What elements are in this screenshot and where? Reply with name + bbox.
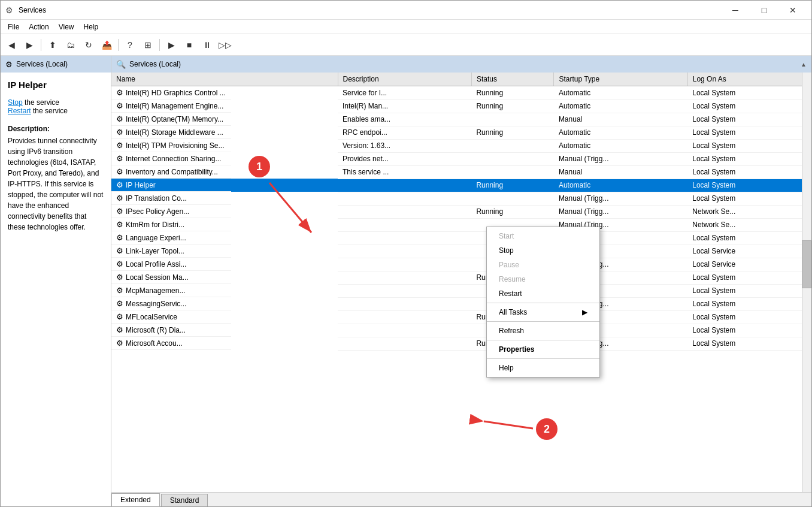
ctx-item-help[interactable]: Help	[487, 361, 599, 375]
col-desc[interactable]: Description	[338, 73, 471, 86]
table-row[interactable]: ⚙Intel(R) HD Graphics Control ...Service…	[111, 86, 811, 100]
tab-extended[interactable]: Extended	[111, 493, 160, 506]
maximize-button[interactable]: □	[750, 1, 778, 20]
ctx-item-properties[interactable]: Properties	[487, 342, 599, 357]
close-button[interactable]: ✕	[779, 1, 807, 20]
left-panel: ⚙ Services (Local) IP Helper Stop the se…	[1, 56, 111, 506]
table-row[interactable]: ⚙Internet Connection Sharing...Provides …	[111, 152, 811, 165]
toolbar-refresh[interactable]: ↻	[80, 37, 97, 53]
toolbar: ◀ ▶ ⬆ 🗂 ↻ 📤 ? ⊞ ▶ ■ ⏸ ▷▷	[1, 34, 811, 56]
scroll-thumb[interactable]	[802, 240, 811, 288]
cell-desc	[338, 205, 471, 218]
menu-help[interactable]: Help	[79, 22, 104, 32]
toolbar-resume[interactable]: ▷▷	[217, 37, 234, 53]
table-row[interactable]: ⚙Language Experi...ManualLocal System	[111, 231, 811, 245]
table-row[interactable]: ⚙IP Translation Co...Manual (Trigg...Loc…	[111, 192, 811, 205]
ctx-separator	[487, 340, 599, 340]
sort-indicator: ▲	[801, 61, 807, 68]
table-row[interactable]: ⚙Intel(R) TPM Provisioning Se...Version:…	[111, 139, 811, 152]
cell-desc	[338, 324, 471, 337]
table-row[interactable]: ⚙Local Profile Assi...Manual (Trigg...Lo…	[111, 258, 811, 271]
table-row[interactable]: ⚙IP HelperRunningAutomaticLocal System	[111, 179, 811, 192]
service-name: IP Translation Co...	[126, 194, 187, 203]
table-row[interactable]: ⚙IPsec Policy Agen...RunningManual (Trig…	[111, 205, 811, 218]
desc-label: Description:	[8, 125, 104, 133]
cell-desc	[338, 337, 471, 350]
table-row[interactable]: ⚙MessagingServic...Manual (Trigg...Local…	[111, 297, 811, 310]
toolbar-up[interactable]: ⬆	[44, 37, 61, 53]
scrollbar[interactable]	[802, 73, 811, 492]
gear-icon: ⚙	[116, 233, 123, 242]
menu-view[interactable]: View	[54, 22, 79, 32]
gear-icon: ⚙	[116, 286, 123, 295]
cell-status	[471, 192, 553, 205]
cell-desc: Enables ama...	[338, 113, 471, 126]
table-row[interactable]: ⚙KtmRm for Distri...Manual (Trigg...Netw…	[111, 218, 811, 231]
window-title: Services	[19, 6, 722, 14]
col-startup[interactable]: Startup Type	[554, 73, 687, 86]
gear-icon: ⚙	[116, 114, 123, 123]
ctx-item-label: Restart	[499, 289, 522, 298]
table-row[interactable]: ⚙Link-Layer Topol...ManualLocal Service	[111, 245, 811, 258]
table-row[interactable]: ⚙Inventory and Compatibility...This serv…	[111, 165, 811, 179]
ctx-item-restart[interactable]: Restart	[487, 286, 599, 301]
left-panel-body: IP Helper Stop the service Restart the s…	[1, 73, 111, 506]
left-panel-title: Services (Local)	[16, 60, 68, 68]
service-name: MFLocalService	[126, 313, 177, 321]
tab-standard[interactable]: Standard	[161, 494, 208, 506]
toolbar-sep3	[159, 39, 160, 51]
ctx-item-all-tasks[interactable]: All Tasks▶	[487, 305, 599, 319]
toolbar-back[interactable]: ◀	[3, 37, 20, 53]
services-table-container[interactable]: Name Description Status Startup Type Log…	[111, 73, 811, 492]
service-name: Microsoft (R) Dia...	[126, 326, 186, 334]
stop-action[interactable]: Stop the service	[8, 98, 104, 107]
restart-action[interactable]: Restart the service	[8, 107, 104, 115]
cell-logon: Local System	[687, 139, 811, 152]
service-name: Intel(R) HD Graphics Control ...	[126, 89, 226, 97]
toolbar-pause[interactable]: ⏸	[199, 37, 216, 53]
toolbar-export[interactable]: 📤	[98, 37, 115, 53]
toolbar-properties[interactable]: ⊞	[140, 37, 156, 53]
table-row[interactable]: ⚙Intel(R) Optane(TM) Memory...Enables am…	[111, 113, 811, 126]
cell-logon: Local System	[687, 310, 811, 324]
cell-logon: Local System	[687, 179, 811, 192]
menu-action[interactable]: Action	[24, 22, 53, 32]
services-icon: ⚙	[5, 60, 13, 69]
toolbar-show-hide[interactable]: 🗂	[62, 37, 79, 53]
toolbar-sep1	[41, 39, 41, 51]
service-name: IPsec Policy Agen...	[126, 207, 189, 216]
ctx-item-refresh[interactable]: Refresh	[487, 324, 599, 338]
table-row[interactable]: ⚙Local Session Ma...RunningAutomaticLoca…	[111, 271, 811, 284]
ctx-item-label: Resume	[499, 275, 526, 283]
minimize-button[interactable]: ─	[722, 1, 749, 20]
col-name[interactable]: Name	[111, 73, 338, 86]
col-status[interactable]: Status	[471, 73, 553, 86]
service-name: Intel(R) Management Engine...	[126, 102, 223, 110]
cell-logon: Local System	[687, 113, 811, 126]
service-name: Internet Connection Sharing...	[126, 155, 221, 163]
cell-logon: Local System	[687, 126, 811, 139]
cell-desc	[338, 179, 471, 192]
cell-logon: Local System	[687, 192, 811, 205]
table-row[interactable]: ⚙Intel(R) Management Engine...Intel(R) M…	[111, 99, 811, 113]
table-row[interactable]: ⚙Microsoft (R) Dia...ManualLocal System	[111, 324, 811, 337]
right-panel-header: 🔍 Services (Local) ▲	[111, 56, 811, 73]
table-row[interactable]: ⚙Microsoft Accou...RunningManual (Trigg.…	[111, 337, 811, 350]
cell-logon: Local System	[687, 86, 811, 100]
stop-link[interactable]: Stop	[8, 98, 23, 107]
restart-link[interactable]: Restart	[8, 107, 31, 115]
toolbar-help[interactable]: ?	[122, 37, 138, 53]
table-row[interactable]: ⚙Intel(R) Storage Middleware ...RPC endp…	[111, 126, 811, 139]
menu-file[interactable]: File	[3, 22, 24, 32]
cell-startup: Manual (Trigg...	[554, 205, 687, 218]
ctx-item-stop[interactable]: Stop	[487, 243, 599, 258]
cell-desc	[338, 310, 471, 324]
toolbar-play[interactable]: ▶	[163, 37, 180, 53]
toolbar-forward[interactable]: ▶	[21, 37, 38, 53]
table-row[interactable]: ⚙MFLocalServiceRunningAutomaticLocal Sys…	[111, 310, 811, 324]
toolbar-stop[interactable]: ■	[181, 37, 198, 53]
table-row[interactable]: ⚙McpManagemen...ManualLocal System	[111, 284, 811, 297]
cell-logon: Network Se...	[687, 205, 811, 218]
ctx-item-label: Help	[499, 364, 514, 372]
col-logon[interactable]: Log On As	[687, 73, 811, 86]
